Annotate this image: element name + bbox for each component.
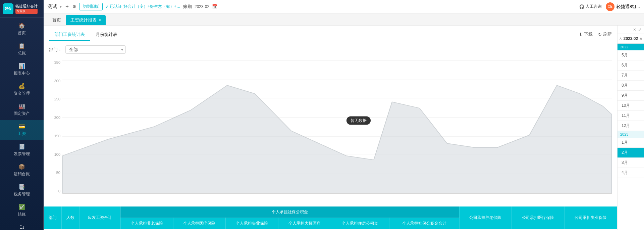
- tab-salary-label: 工资统计报表: [70, 17, 97, 23]
- month-2022-10[interactable]: 10月: [618, 101, 644, 111]
- sidebar-item-checkout[interactable]: ✅ 结账: [0, 200, 44, 221]
- sidebar-label-checkout: 结账: [18, 212, 26, 217]
- y-label-350: 350: [54, 60, 60, 64]
- col-personal-major-medical: 个人承担大额医疗: [278, 218, 331, 229]
- date-panel: × ⤢ ∧ 2023.02 ∨ 2022 5月 6月 7月 8月 9月 10月 …: [617, 26, 644, 230]
- reports-icon: 📊: [18, 63, 25, 69]
- settings-icon[interactable]: ⚙: [72, 4, 76, 9]
- y-label-150: 150: [54, 134, 60, 138]
- chart-area: 350 300 250 200 150 100 50 0: [44, 58, 617, 206]
- month-2023-3[interactable]: 3月: [618, 158, 644, 168]
- project-name: 测试: [48, 4, 57, 10]
- month-2023-2[interactable]: 2月: [618, 148, 644, 158]
- switch-version-button[interactable]: 切到旧版: [79, 3, 103, 10]
- sidebar-item-reports[interactable]: 📊 报表中心: [0, 59, 44, 80]
- salary-icon: 💳: [18, 123, 25, 130]
- user-menu[interactable]: CE 轻捷通8组...: [606, 2, 640, 11]
- y-label-100: 100: [54, 152, 60, 156]
- month-2022-7[interactable]: 7月: [618, 71, 644, 81]
- tooltip-text: 暂无数据: [351, 118, 367, 123]
- invoice-icon: 🧾: [18, 143, 25, 150]
- refresh-button[interactable]: ↻ 刷新: [598, 31, 612, 37]
- y-label-0: 0: [58, 189, 60, 193]
- tax-icon: 📑: [18, 184, 25, 190]
- period-value: 2023-02: [195, 4, 209, 9]
- sidebar-item-assets[interactable]: 🏭 固定资产: [0, 100, 44, 120]
- table-header-row-1: 部门 人数 应发工资合计 个人承担社保公积金 公司承担养老保险 公司承担医疗保险…: [44, 206, 617, 218]
- sidebar-label-salary: 工资: [18, 131, 26, 137]
- date-panel-controls: × ⤢: [618, 26, 644, 34]
- home-icon: 🏠: [18, 22, 25, 29]
- sidebar-item-archive[interactable]: 🗂 归档管理: [0, 221, 44, 230]
- sidebar-item-home[interactable]: 🏠 首页: [0, 19, 44, 39]
- sidebar-label-assets: 固定资产: [14, 111, 30, 117]
- subtab-month[interactable]: 月份统计表: [90, 29, 123, 41]
- subtab-dept-label: 部门工资统计表: [54, 32, 85, 37]
- archive-icon: 🗂: [19, 224, 24, 230]
- content-main: 部门工资统计表 月份统计表 ⬇ 下载 ↻ 刷新: [44, 26, 617, 230]
- month-2022-9[interactable]: 9月: [618, 91, 644, 101]
- sidebar-label-tax: 税务管理: [14, 191, 30, 197]
- calendar-icon[interactable]: 📅: [212, 4, 217, 9]
- sidebar-item-sales[interactable]: 📦 进销台账: [0, 160, 44, 180]
- toolbar-actions: ⬇ 下载 ↻ 刷新: [579, 31, 612, 39]
- x-axis-line: [62, 193, 612, 194]
- headset-icon: 🎧: [579, 4, 584, 9]
- avatar: CE: [606, 2, 614, 11]
- date-down-arrow[interactable]: ∨: [639, 36, 643, 41]
- help-button[interactable]: 🎧 人工咨询: [579, 4, 602, 9]
- data-table: 部门 人数 应发工资合计 个人承担社保公积金 公司承担养老保险 公司承担医疗保险…: [44, 206, 617, 229]
- month-2022-12[interactable]: 12月: [618, 121, 644, 131]
- sidebar-nav: 🏠 首页 📋 总账 📊 报表中心 💰 资金管理 🏭 固定资产 💳 工资 🧾 发票…: [0, 18, 44, 230]
- col-personal-unemploy: 个人承担失业保险: [226, 218, 278, 229]
- download-button[interactable]: ⬇ 下载: [579, 31, 593, 37]
- sales-icon: 📦: [18, 164, 25, 170]
- y-label-50: 50: [56, 171, 60, 175]
- panel-expand-button[interactable]: ⤢: [638, 27, 642, 32]
- subtab-dept[interactable]: 部门工资统计表: [49, 29, 90, 41]
- period-label: 账期: [183, 4, 192, 10]
- sidebar-label-invoice: 发票管理: [14, 151, 30, 157]
- tab-close-icon[interactable]: ×: [99, 18, 101, 22]
- subtab-month-label: 月份统计表: [96, 32, 117, 37]
- tags-label: 好会计（专）+好生意（标）+…: [123, 4, 180, 9]
- col-company-unemploy: 公司承担失业保险: [565, 206, 617, 229]
- month-2022-11[interactable]: 11月: [618, 111, 644, 121]
- subtab-bar: 部门工资统计表 月份统计表 ⬇ 下载 ↻ 刷新: [44, 26, 617, 41]
- col-dept: 部门: [44, 206, 62, 229]
- sidebar-item-funds[interactable]: 💰 资金管理: [0, 80, 44, 100]
- add-button[interactable]: ＋: [64, 3, 70, 10]
- sidebar-item-salary[interactable]: 💳 工资: [0, 120, 44, 140]
- month-2022-6[interactable]: 6月: [618, 60, 644, 71]
- month-2022-5[interactable]: 5月: [618, 50, 644, 60]
- month-2023-4[interactable]: 4月: [618, 168, 644, 178]
- refresh-icon: ↻: [598, 32, 602, 37]
- col-company-pension: 公司承担养老保险: [459, 206, 512, 229]
- logo-text-area: 畅捷通好会计 专业版: [15, 4, 38, 13]
- tab-home[interactable]: 首页: [48, 15, 66, 25]
- y-label-250: 250: [54, 97, 60, 101]
- month-2022-8[interactable]: 8月: [618, 81, 644, 91]
- current-year-label: 2023.02: [624, 36, 638, 41]
- tab-salary-report[interactable]: 工资统计报表 ×: [66, 15, 106, 25]
- sidebar-logo: 好会 畅捷通好会计 专业版: [0, 0, 44, 18]
- content-area: 部门工资统计表 月份统计表 ⬇ 下载 ↻ 刷新: [44, 26, 644, 230]
- col-personal-medical: 个人承担医疗保险: [173, 218, 226, 229]
- dept-select[interactable]: 全部: [65, 45, 126, 54]
- dept-filter-bar: 部门： 全部 ▾: [44, 41, 617, 58]
- dropdown-arrow-icon[interactable]: ▾: [60, 4, 62, 9]
- month-2023-1[interactable]: 1月: [618, 138, 644, 148]
- col-personal-pension: 个人承担养老保险: [120, 218, 173, 229]
- sidebar-label-sales: 进销台账: [14, 171, 30, 177]
- sidebar-item-tax[interactable]: 📑 税务管理: [0, 180, 44, 200]
- funds-icon: 💰: [18, 83, 25, 89]
- chart-wrapper: 350 300 250 200 150 100 50 0: [49, 60, 612, 203]
- assets-icon: 🏭: [18, 103, 25, 109]
- sidebar-item-ledger[interactable]: 📋 总账: [0, 39, 44, 59]
- panel-close-button[interactable]: ×: [633, 27, 636, 32]
- dept-select-wrap: 全部 ▾: [65, 45, 126, 54]
- sidebar-item-invoice[interactable]: 🧾 发票管理: [0, 140, 44, 160]
- col-total-salary: 应发工资合计: [79, 206, 120, 229]
- date-up-arrow[interactable]: ∧: [619, 36, 622, 41]
- sidebar-label-home: 首页: [18, 30, 26, 36]
